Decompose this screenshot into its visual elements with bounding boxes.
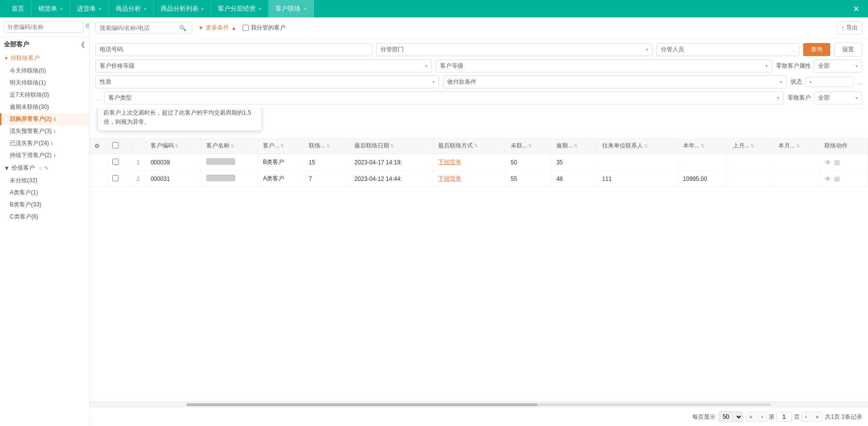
th-not-contacted[interactable]: 未联... ⇅ xyxy=(505,138,551,154)
tab-close-customer-contact[interactable]: × xyxy=(304,6,306,12)
filter-dots-row3[interactable]: ... xyxy=(857,79,862,86)
td-settings-row1 xyxy=(90,154,107,171)
first-page-button[interactable]: « xyxy=(746,412,756,422)
retail-attr-field[interactable]: 全部 ▾ xyxy=(814,59,862,73)
customer-type-field[interactable]: 客户类型 ▾ xyxy=(104,91,784,104)
more-conditions-button[interactable]: ▼ 更多条件 ▲ xyxy=(198,24,237,32)
sidebar-item-today-pending[interactable]: 今天待联络(0) xyxy=(0,65,89,77)
my-customers-checkbox-label[interactable]: 我分管的客户 xyxy=(243,24,286,32)
th-unit-contact[interactable]: 往来单位联系人 ⇅ xyxy=(597,138,678,154)
sidebar-group-pending-contact[interactable]: ▼ 待联络客户 xyxy=(0,52,89,65)
row1-checkbox[interactable] xyxy=(112,159,119,165)
th-last-month[interactable]: 上月... ⇅ xyxy=(728,138,773,154)
th-last-contact-method[interactable]: 最后联络方式 ⇅ xyxy=(433,138,506,154)
tab-close-product-analysis[interactable]: × xyxy=(144,6,147,12)
sidebar-search-icon[interactable]: 🔍 xyxy=(85,23,90,31)
action-view-icon-row2[interactable]: 👁 xyxy=(824,175,831,183)
sidebar-item-7days-pending[interactable]: 近7天待联络(0) xyxy=(0,89,89,101)
per-page-label: 每页显示 xyxy=(692,413,716,421)
row2-checkbox[interactable] xyxy=(112,175,119,181)
tab-customer-contact[interactable]: 客户联络 × xyxy=(269,0,314,17)
retail-customer-field[interactable]: 全部 ▾ xyxy=(814,91,862,104)
my-customers-checkbox[interactable] xyxy=(243,25,249,31)
page-number-input[interactable] xyxy=(777,412,792,422)
last-page-button[interactable]: » xyxy=(812,412,822,422)
sidebar-item-class-b[interactable]: B类客户(33) xyxy=(0,199,89,211)
td-last-date-row1: 2023-04-17 14:19: xyxy=(350,154,433,171)
th-customer-type[interactable]: 客户... ⇅ xyxy=(258,138,304,154)
tab-sales-order[interactable]: 销货单 × xyxy=(31,0,70,17)
action-view-icon-row1[interactable]: 👁 xyxy=(824,159,831,166)
sidebar-item-overdue-pending[interactable]: 逾期未联络(30) xyxy=(0,101,89,113)
sidebar-value-settings-icon[interactable]: ✎ xyxy=(44,165,49,172)
tab-close-sales-order[interactable]: × xyxy=(60,6,63,12)
pay-condition-field[interactable]: 收付款条件 ▾ xyxy=(443,75,787,88)
next-page-button[interactable]: › xyxy=(802,412,810,422)
advanced-filters: 电话号码 分管部门 ▾ 分管人员 … 查询 设置 客户价格等级 ▾ xyxy=(90,39,868,109)
customer-type-dropdown-icon: ▾ xyxy=(777,95,779,101)
sidebar-item-declining[interactable]: 持续下滑客户(2) ℹ xyxy=(0,149,89,162)
tab-close-purchase-order[interactable]: × xyxy=(99,6,102,12)
th-customer-name[interactable]: 客户名称 ⇅ xyxy=(201,138,258,154)
filter-row-4: ... 客户类型 ▾ 零散客户 全部 ▾ xyxy=(95,91,862,104)
phone-field[interactable]: 电话号码 xyxy=(95,43,372,56)
query-button[interactable]: 查询 xyxy=(803,43,830,56)
tab-product-analysis-list[interactable]: 商品分析列表 × xyxy=(154,0,212,17)
th-overdue[interactable]: 逾期... ⇅ xyxy=(551,138,597,154)
select-all-checkbox[interactable] xyxy=(112,142,119,148)
th-action: 联络动作 xyxy=(819,138,868,154)
status-dropdown-icon: ▾ xyxy=(809,79,812,85)
filter-dots-row4[interactable]: ... xyxy=(95,95,100,102)
pagination-bar: 每页显示 50 20 100 « ‹ 第 页 › » 共1页 2条记录 xyxy=(90,407,868,426)
tab-close-product-analysis-list[interactable]: × xyxy=(201,6,204,12)
tab-product-analysis[interactable]: 商品分析 × xyxy=(109,0,154,17)
sort-icon-this-month: ⇅ xyxy=(796,143,800,148)
window-close-button[interactable]: ✕ xyxy=(849,4,863,14)
sidebar-item-class-a[interactable]: A类客户(1) xyxy=(0,187,89,199)
action-menu-icon-row1[interactable]: ⊞ xyxy=(834,159,840,166)
prev-page-button[interactable]: ‹ xyxy=(758,412,767,422)
last-method-link-row2[interactable]: 下销货单 xyxy=(438,175,461,182)
tab-home[interactable]: 首页 xyxy=(5,0,31,17)
sidebar-item-ungrouped[interactable]: 未分组(32) xyxy=(0,175,89,187)
th-customer-code[interactable]: 客户编码 ⇅ xyxy=(145,138,201,154)
th-last-contact-date[interactable]: 最后联络日期 ⇅ xyxy=(350,138,433,154)
th-this-month[interactable]: 本月... ⇅ xyxy=(774,138,819,154)
search-icon[interactable]: 🔍 xyxy=(179,25,186,31)
td-unit-contact-row2: 111 xyxy=(597,171,678,187)
th-settings[interactable]: ⚙ xyxy=(90,138,107,154)
retail-attr-dropdown-icon: ▾ xyxy=(855,63,858,69)
export-button[interactable]: ↑ 导出 xyxy=(837,21,862,34)
action-menu-icon-row2[interactable]: ⊞ xyxy=(834,175,840,183)
tab-purchase-order[interactable]: 进货单 × xyxy=(70,0,109,17)
status-field[interactable]: ▾ xyxy=(805,77,853,87)
sidebar-item-churn-warning[interactable]: 流失预警客户(3) ℹ xyxy=(0,125,89,137)
th-this-year[interactable]: 本年... ⇅ xyxy=(678,138,728,154)
sort-icon-not-contacted: ⇅ xyxy=(528,143,532,148)
sidebar-item-churned[interactable]: 已流失客户(24) ℹ xyxy=(0,137,89,149)
customer-level-field[interactable]: 客户等级 ▾ xyxy=(436,59,772,73)
sidebar-item-class-c[interactable]: C类客户(6) xyxy=(0,211,89,223)
sidebar-value-edit-icon[interactable]: ○ xyxy=(39,165,42,172)
sidebar-item-abnormal-repurchase[interactable]: 回购异常客户(2) ℹ xyxy=(0,113,89,125)
th-contact[interactable]: 联络... ⇅ xyxy=(304,138,349,154)
sidebar-collapse-icon[interactable]: ❮ xyxy=(80,41,85,48)
gender-field[interactable]: 性质 ▾ xyxy=(95,75,439,88)
sidebar-search-area: 🔍 xyxy=(0,17,89,37)
horizontal-scrollbar[interactable] xyxy=(90,401,868,407)
dept-field[interactable]: 分管部门 ▾ xyxy=(376,43,653,56)
sidebar-all-customers[interactable]: 全部客户 ❮ xyxy=(0,37,89,52)
per-page-select[interactable]: 50 20 100 xyxy=(718,411,743,422)
person-field[interactable]: 分管人员 … xyxy=(656,43,799,56)
sidebar-item-tomorrow-pending[interactable]: 明天待联络(1) xyxy=(0,77,89,89)
sidebar-group-value-customers[interactable]: ▼ 价值客户 ○ ✎ xyxy=(0,162,89,175)
last-method-link-row1[interactable]: 下销货单 xyxy=(438,159,461,165)
set-button[interactable]: 设置 xyxy=(834,43,862,57)
tab-close-customer-segmentation[interactable]: × xyxy=(259,6,261,12)
price-level-field[interactable]: 客户价格等级 ▾ xyxy=(95,59,432,73)
sidebar-search-input[interactable] xyxy=(4,21,83,33)
export-icon: ↑ xyxy=(841,25,844,31)
sort-icon-last-method: ⇅ xyxy=(474,143,478,148)
customer-search-input[interactable] xyxy=(100,25,177,31)
tab-customer-segmentation[interactable]: 客户分层经营 × xyxy=(211,0,269,17)
